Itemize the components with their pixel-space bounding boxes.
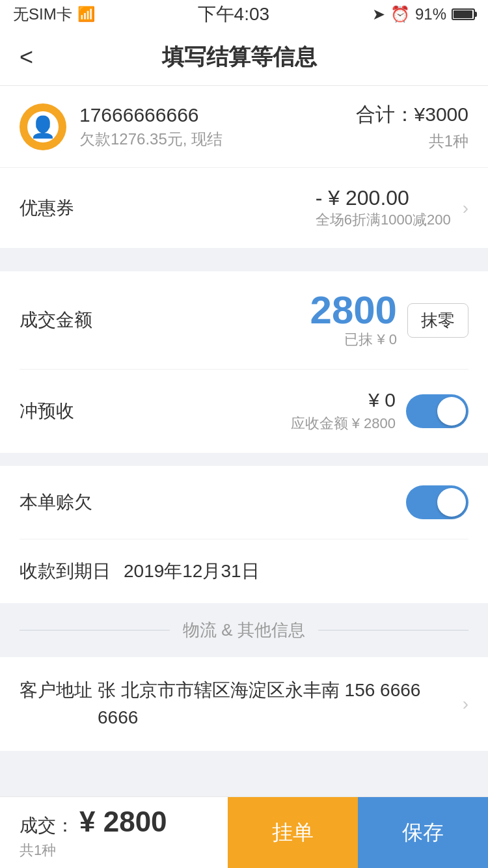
person-icon: 👤 <box>30 115 56 139</box>
deal-sub: 已抹 ¥ 0 <box>310 330 397 349</box>
avatar: 👤 <box>20 103 66 150</box>
user-row: 👤 17666666666 欠款1276.35元, 现结 合计：¥3000 共1… <box>0 86 488 167</box>
deal-right: 2800 已抹 ¥ 0 <box>310 291 397 349</box>
total-count: 共1种 <box>356 131 468 152</box>
hang-single-button[interactable]: 挂单 <box>228 797 358 869</box>
deal-amount-value: 2800 <box>310 291 397 330</box>
divider-line-left <box>20 630 170 631</box>
deal-amount-row: 成交金额 2800 已抹 ¥ 0 抹零 <box>20 271 468 370</box>
status-time: 下午4:03 <box>198 2 270 27</box>
precharge-amount: ¥ 0 <box>291 389 396 411</box>
section-divider-1 <box>0 258 488 271</box>
bottom-deal: 成交： ¥ 2800 <box>20 806 208 838</box>
divider-text: 物流 & 其他信息 <box>170 619 318 642</box>
duedate-value: 2019年12月31日 <box>124 559 260 584</box>
arrear-label: 本单赊欠 <box>20 490 98 515</box>
section-divider-2 <box>0 453 488 466</box>
battery-percent: 91% <box>415 5 446 23</box>
wifi-icon: 📶 <box>77 6 95 23</box>
deal-amount-label: 成交金额 <box>20 308 98 332</box>
deal-amount-value-area: 2800 已抹 ¥ 0 抹零 <box>98 291 468 349</box>
address-value: 张 北京市市辖区海淀区永丰南 156 6666 6666 <box>98 677 452 731</box>
battery-icon <box>452 8 475 20</box>
coupon-desc: 全场6折满1000减200 <box>316 210 451 230</box>
precharge-sub: 应收金额 ¥ 2800 <box>291 414 396 433</box>
arrear-toggle-area <box>98 485 468 519</box>
address-arrow-icon: › <box>463 694 468 714</box>
total-amount: 合计：¥3000 <box>356 102 468 128</box>
save-button[interactable]: 保存 <box>358 797 488 869</box>
user-info: 17666666666 欠款1276.35元, 现结 <box>79 104 356 150</box>
status-bar: 无SIM卡 📶 下午4:03 ➤ ⏰ 91% <box>0 0 488 29</box>
content: 👤 17666666666 欠款1276.35元, 现结 合计：¥3000 共1… <box>0 86 488 868</box>
coupon-label: 优惠券 <box>20 196 316 221</box>
status-right: ➤ ⏰ 91% <box>372 5 475 23</box>
bottom-deal-label: 成交： <box>20 813 74 838</box>
bottom-summary: 成交： ¥ 2800 共1种 <box>0 806 228 860</box>
location-icon: ➤ <box>372 5 385 23</box>
form-section-1: 成交金额 2800 已抹 ¥ 0 抹零 冲预收 ¥ 0 应收金额 ¥ 2800 <box>0 271 488 453</box>
duedate-label: 收款到期日 <box>20 559 111 584</box>
address-row[interactable]: 客户地址 张 北京市市辖区海淀区永丰南 156 6666 6666 › <box>0 657 488 751</box>
alarm-icon: ⏰ <box>390 5 410 23</box>
total-value: ¥3000 <box>414 103 468 125</box>
user-debt: 欠款1276.35元, 现结 <box>79 129 356 150</box>
bottom-deal-amount: ¥ 2800 <box>79 806 167 838</box>
coupon-right: - ¥ 200.00 全场6折满1000减200 › <box>316 186 468 230</box>
address-label: 客户地址 <box>20 677 98 703</box>
arrear-toggle[interactable] <box>406 485 468 519</box>
precharge-row: 冲预收 ¥ 0 应收金额 ¥ 2800 <box>20 370 468 453</box>
coupon-row[interactable]: 优惠券 - ¥ 200.00 全场6折满1000减200 › <box>0 167 488 248</box>
bottom-bar: 成交： ¥ 2800 共1种 挂单 保存 <box>0 796 488 868</box>
precharge-value-area: ¥ 0 应收金额 ¥ 2800 <box>98 389 468 433</box>
total-label: 合计： <box>356 103 414 125</box>
user-total: 合计：¥3000 共1种 <box>356 102 468 152</box>
status-left: 无SIM卡 📶 <box>13 4 95 25</box>
round-zero-button[interactable]: 抹零 <box>407 303 468 338</box>
text-divider: 物流 & 其他信息 <box>0 603 488 657</box>
back-button[interactable]: < <box>20 44 46 71</box>
user-info-card: 👤 17666666666 欠款1276.35元, 现结 合计：¥3000 共1… <box>0 86 488 248</box>
signal-text: 无SIM卡 <box>13 4 72 25</box>
precharge-label: 冲预收 <box>20 399 98 424</box>
coupon-arrow-icon: › <box>463 198 468 219</box>
arrear-toggle-knob <box>437 488 466 517</box>
page-title: 填写结算等信息 <box>46 42 432 72</box>
user-phone: 17666666666 <box>79 104 356 126</box>
bottom-count: 共1种 <box>20 841 208 860</box>
divider-line-right <box>318 630 468 631</box>
precharge-toggle[interactable] <box>406 394 468 428</box>
precharge-right: ¥ 0 应收金额 ¥ 2800 <box>291 389 396 433</box>
form-section-2: 本单赊欠 收款到期日 2019年12月31日 <box>0 466 488 603</box>
avatar-icon: 👤 <box>27 111 59 142</box>
duedate-row: 收款到期日 2019年12月31日 <box>20 539 468 603</box>
nav-bar: < 填写结算等信息 <box>0 29 488 86</box>
arrear-row: 本单赊欠 <box>20 466 468 539</box>
toggle-knob <box>437 397 466 426</box>
coupon-discount: - ¥ 200.00 <box>316 186 451 210</box>
